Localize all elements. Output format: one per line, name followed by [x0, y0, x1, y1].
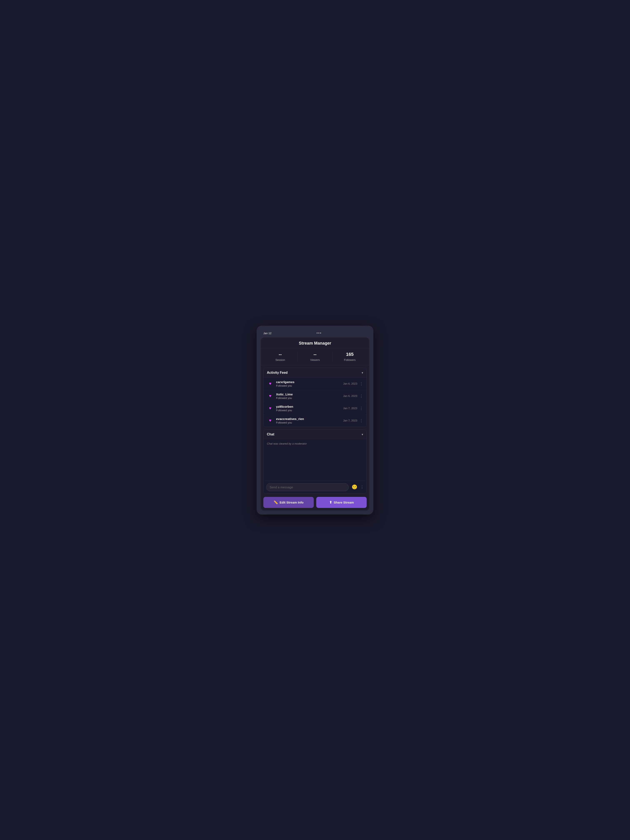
app-header: Stream Manager — [261, 338, 369, 348]
viewers-value: -- — [298, 352, 332, 357]
share-stream-button[interactable]: ⬆ Share Stream — [316, 497, 367, 508]
activity-meta: Jan 7, 2023 ⋮ — [343, 406, 363, 411]
activity-date: Jan 6, 2023 — [343, 382, 357, 385]
followers-value: 165 — [333, 352, 367, 357]
activity-item: ♥ Xotic_Lime Followed you Jan 6, 2023 ⋮ — [264, 390, 366, 402]
heart-icon: ♥ — [267, 381, 273, 387]
app-title: Stream Manager — [299, 341, 331, 346]
edit-stream-button[interactable]: ✏️ Edit Stream Info — [263, 497, 314, 508]
stats-row: -- Session -- Viewers 165 Followers — [261, 348, 369, 365]
activity-username: yz85corben — [276, 405, 343, 408]
activity-action: Followed you — [276, 396, 343, 399]
chat-cleared-message: Chat was cleared by a moderator — [267, 442, 307, 445]
activity-action: Followed you — [276, 384, 343, 387]
activity-item: ♥ yz85corben Followed you Jan 7, 2023 ⋮ — [264, 402, 366, 414]
activity-info: Xotic_Lime Followed you — [276, 393, 343, 399]
more-options-icon[interactable]: ••• — [316, 331, 322, 335]
activity-meta: Jan 6, 2023 ⋮ — [343, 394, 363, 398]
activity-date: Jan 7, 2023 — [343, 419, 357, 422]
viewers-label: Viewers — [310, 358, 320, 362]
chat-header[interactable]: Chat ▾ — [264, 429, 366, 439]
stat-viewers: -- Viewers — [297, 352, 332, 362]
activity-item: ♥ carxrlgames Followed you Jan 6, 2023 ⋮ — [264, 377, 366, 390]
activity-feed-section: Activity Feed ▾ ♥ carxrlgames Followed y… — [263, 368, 367, 427]
chevron-down-icon: ▾ — [362, 371, 363, 374]
chat-more-icon[interactable]: ⋮ — [360, 485, 364, 489]
activity-item: ♥ evaccreatives_rien Followed you Jan 7,… — [264, 414, 366, 427]
more-options-icon[interactable]: ⋮ — [359, 406, 363, 411]
activity-action: Followed you — [276, 409, 343, 412]
activity-date: Jan 7, 2023 — [343, 407, 357, 410]
more-options-icon[interactable]: ⋮ — [359, 382, 363, 386]
app-container: Stream Manager -- Session -- Viewers 165… — [261, 338, 369, 510]
chat-input-row: 🙂 ⋮ — [264, 481, 366, 493]
share-icon: ⬆ — [329, 500, 332, 505]
activity-feed-title: Activity Feed — [267, 371, 288, 374]
chat-chevron-icon: ▾ — [362, 433, 363, 436]
chat-section: Chat ▾ Chat was cleared by a moderator 🙂… — [263, 429, 367, 494]
activity-info: yz85corben Followed you — [276, 405, 343, 412]
emoji-button[interactable]: 🙂 — [351, 485, 358, 490]
followers-label: Followers — [344, 358, 355, 362]
more-options-icon[interactable]: ⋮ — [359, 418, 363, 423]
bottom-buttons: ✏️ Edit Stream Info ⬆ Share Stream — [261, 496, 369, 510]
chat-container: Chat ▾ Chat was cleared by a moderator 🙂… — [263, 429, 367, 494]
activity-feed-header[interactable]: Activity Feed ▾ — [264, 368, 366, 377]
device-frame: Jan 12 ••• Stream Manager -- Session -- … — [257, 325, 373, 515]
activity-list: ♥ carxrlgames Followed you Jan 6, 2023 ⋮… — [264, 377, 366, 427]
activity-username: Xotic_Lime — [276, 393, 343, 396]
chat-title: Chat — [267, 433, 275, 436]
heart-icon: ♥ — [267, 393, 273, 399]
heart-icon: ♥ — [267, 405, 273, 412]
activity-username: evaccreatives_rien — [276, 417, 343, 421]
activity-info: evaccreatives_rien Followed you — [276, 417, 343, 424]
session-value: -- — [263, 352, 297, 357]
heart-icon: ♥ — [267, 417, 273, 424]
edit-stream-label: Edit Stream Info — [279, 501, 303, 504]
more-options-icon[interactable]: ⋮ — [359, 394, 363, 398]
activity-date: Jan 6, 2023 — [343, 395, 357, 398]
date-label: Jan 12 — [263, 332, 272, 335]
activity-meta: Jan 7, 2023 ⋮ — [343, 418, 363, 423]
chat-input[interactable] — [266, 483, 349, 491]
share-stream-label: Share Stream — [334, 501, 354, 504]
activity-meta: Jan 6, 2023 ⋮ — [343, 382, 363, 386]
activity-action: Followed you — [276, 421, 343, 424]
chat-messages: Chat was cleared by a moderator — [264, 439, 366, 481]
edit-icon: ✏️ — [273, 500, 278, 505]
activity-info: carxrlgames Followed you — [276, 380, 343, 387]
status-bar: Jan 12 ••• — [261, 330, 369, 338]
session-label: Session — [275, 358, 285, 362]
activity-username: carxrlgames — [276, 380, 343, 384]
stat-session: -- Session — [263, 352, 297, 362]
stat-followers: 165 Followers — [332, 352, 367, 362]
